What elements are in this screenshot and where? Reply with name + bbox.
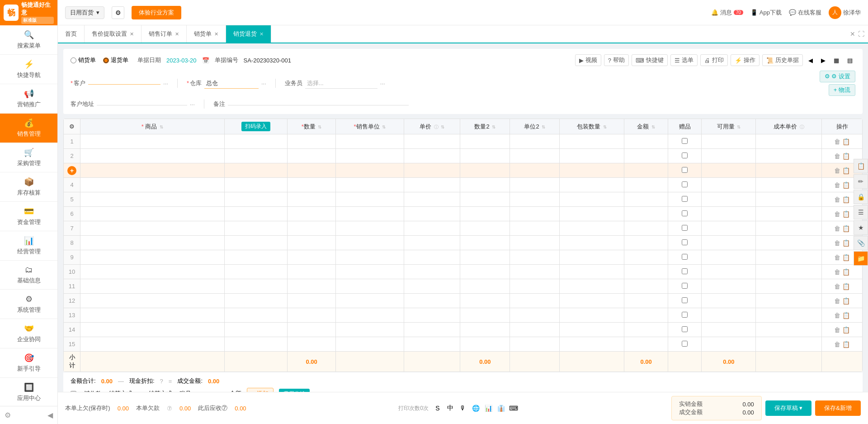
row-14-sales-unit[interactable] [335,323,404,337]
row-12-unit-price[interactable] [404,294,460,308]
calendar-icon[interactable]: 📅 [202,57,209,64]
online-service-group[interactable]: 💬 在线客服 [789,9,821,17]
col-cost-info[interactable]: ⓘ [800,124,804,129]
row-8-qty[interactable] [288,236,335,250]
row-7-gift-checkbox[interactable] [682,225,688,231]
row-3-copy-icon[interactable]: 📋 [842,167,850,174]
row-15-pkg-qty[interactable] [560,337,624,352]
row-1-qty2[interactable] [460,134,510,149]
row-8-product[interactable] [80,236,225,250]
col-available-sort[interactable]: ⇅ [737,124,741,129]
row-7-amount[interactable] [624,221,668,236]
sidebar-settings-icon[interactable]: ⚙ [5,411,11,419]
sidebar-item-apps[interactable]: 🔲 应用中心 [0,378,57,406]
print-btn[interactable]: 🖨 打印 [700,54,728,66]
row-1-amount[interactable] [624,134,668,149]
row-11-qty[interactable] [288,279,335,294]
right-icon-star[interactable]: ★ [854,220,868,235]
row-3-amount[interactable] [624,163,668,178]
row-8-delete-icon[interactable]: 🗑 [834,239,840,247]
row-8-available[interactable] [702,236,756,250]
save-draft-btn[interactable]: 保存草稿 ▾ [765,400,812,416]
row-7-qty[interactable] [288,221,335,236]
sidebar-item-enterprise[interactable]: 🤝 企业协同 [0,319,57,348]
row-1-sales-unit[interactable] [335,134,404,149]
warehouse-select-icon[interactable]: ··· [261,80,266,87]
row-12-copy-icon[interactable]: 📋 [842,297,850,305]
row-9-qty2[interactable] [460,250,510,265]
row-15-qty2[interactable] [460,337,510,352]
row-10-delete-icon[interactable]: 🗑 [834,268,840,276]
row-7-pkg-qty[interactable] [560,221,624,236]
row-6-available[interactable] [702,207,756,221]
col-unit-price-sort[interactable]: ⇅ [441,124,444,129]
row-3-gift-checkbox[interactable] [682,167,688,173]
sidebar-item-newbie[interactable]: 🎯 新手引导 [0,348,57,378]
row-6-product[interactable] [80,207,225,221]
row-13-gift-checkbox[interactable] [682,312,688,318]
sidebar-item-system[interactable]: ⚙ 系统管理 [0,290,57,319]
row-12-sales-unit[interactable] [335,294,404,308]
row-12-cost-unit[interactable] [756,294,822,308]
row-3-product-input[interactable] [84,167,221,174]
row-11-available[interactable] [702,279,756,294]
row-8-gift-checkbox[interactable] [682,239,688,245]
row-12-unit2[interactable] [510,294,560,308]
sidebar-item-search[interactable]: 🔍 搜索菜单 [0,25,57,55]
row-15-qty[interactable] [288,337,335,352]
row-13-pkg-qty[interactable] [560,308,624,323]
row-7-product[interactable] [80,221,225,236]
row-2-gift-checkbox[interactable] [682,152,688,158]
col-product-sort[interactable]: ⇅ [160,124,163,129]
sidebar-item-shortcut[interactable]: ⚡ 快捷导航 [0,55,57,84]
save-new-btn[interactable]: 保存&新增 [815,400,861,416]
row-2-available[interactable] [702,149,756,163]
row-3-qty2[interactable] [460,163,510,178]
row-5-unit-price[interactable] [404,192,460,207]
row-1-delete-icon[interactable]: 🗑 [834,138,840,145]
row-10-sales-unit[interactable] [335,265,404,279]
col-qty-sort[interactable]: ⇅ [318,124,321,129]
row-10-pkg-qty[interactable] [560,265,624,279]
col-pkg-sort[interactable]: ⇅ [603,124,607,129]
row-14-unit-price[interactable] [404,323,460,337]
row-2-qty2[interactable] [460,149,510,163]
row-7-delete-icon[interactable]: 🗑 [834,225,840,232]
tab-sales-return-close[interactable]: ✕ [259,31,264,37]
addr-select-icon[interactable]: ··· [190,101,195,108]
row-3-qty[interactable] [288,163,335,178]
row-14-unit2[interactable] [510,323,560,337]
row-9-unit-price[interactable] [404,250,460,265]
row-12-qty2[interactable] [460,294,510,308]
row-15-product[interactable] [80,337,225,352]
row-10-available[interactable] [702,265,756,279]
col-gear[interactable]: ⚙ [64,119,80,134]
row-13-unit-price[interactable] [404,308,460,323]
row-1-unit-price[interactable] [404,134,460,149]
row-6-gift-checkbox[interactable] [682,210,688,216]
row-2-product[interactable] [80,149,225,163]
sidebar-item-inventory[interactable]: 📦 库存核算 [0,172,57,202]
row-11-cost-unit[interactable] [756,279,822,294]
tab-sales-delivery-close[interactable]: ✕ [214,31,218,37]
add-payment-btn[interactable]: + 添加 [247,388,274,392]
row-12-pkg-qty[interactable] [560,294,624,308]
row-9-qty[interactable] [288,250,335,265]
row-7-available[interactable] [702,221,756,236]
row-8-unit2[interactable] [510,236,560,250]
row-15-sales-unit[interactable] [335,337,404,352]
tab-expand-icon[interactable]: ⛶ [858,30,864,38]
radio-sales-delivery[interactable]: 销货单 [71,56,96,64]
nav-prev-icon[interactable]: ◀ [806,56,816,65]
right-icon-lock[interactable]: 🔒 [854,190,868,204]
row-1-product[interactable] [80,134,225,149]
row-10-copy-icon[interactable]: 📋 [842,268,850,276]
row-13-available[interactable] [702,308,756,323]
row-7-unit2[interactable] [510,221,560,236]
row-10-gift-checkbox[interactable] [682,268,688,274]
row-10-unit2[interactable] [510,265,560,279]
tab-sales-order[interactable]: 销售订单 ✕ [142,25,187,43]
row-5-product[interactable] [80,192,225,207]
row-11-qty2[interactable] [460,279,510,294]
row-5-sales-unit[interactable] [335,192,404,207]
